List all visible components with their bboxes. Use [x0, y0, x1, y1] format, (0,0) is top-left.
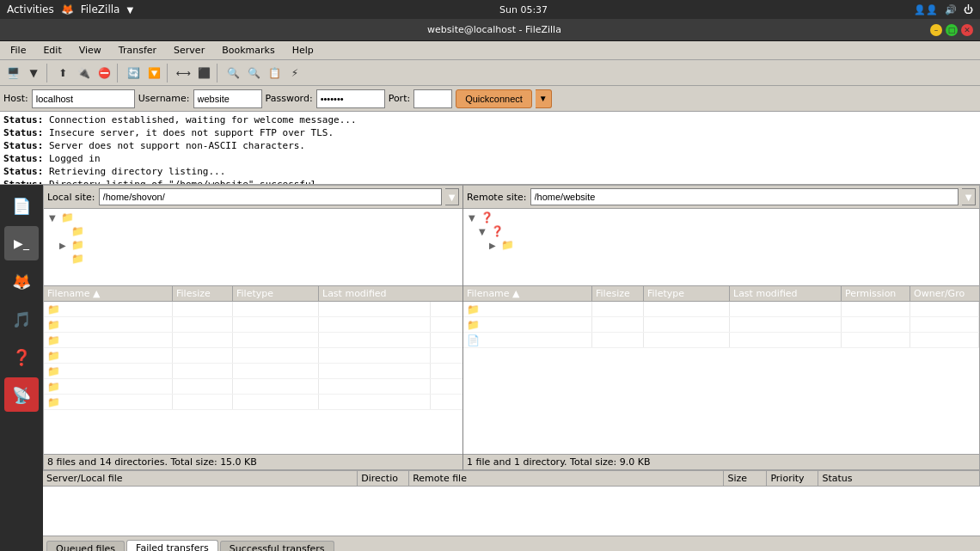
- local-col-lastmod[interactable]: Last modified: [319, 286, 431, 301]
- remote-tree-item[interactable]: ▼❓home: [467, 224, 976, 238]
- remote-col-permission[interactable]: Permission: [842, 286, 910, 301]
- log-line: Status: Directory listing of "/home/webs…: [3, 178, 977, 185]
- file-icon: 📁: [47, 396, 60, 408]
- tab-failed-transfers[interactable]: Failed transfers: [126, 540, 218, 551]
- toolbar-log[interactable]: 📋: [265, 64, 284, 83]
- remote-file-row[interactable]: 📁www Directory 10/22/2017 ... drwxr-xr-x…: [463, 317, 979, 333]
- menu-item-server[interactable]: Server: [167, 43, 211, 58]
- log-line: Status: Retrieving directory listing...: [3, 165, 977, 178]
- file-cell-size: [173, 348, 233, 363]
- toolbar-new-connection[interactable]: 🖥️: [3, 64, 22, 83]
- menu-item-view[interactable]: View: [72, 43, 108, 58]
- file-cell-modified: 10/22/2017 08:...: [319, 364, 431, 378]
- filezilla-icon[interactable]: 🦊: [61, 3, 74, 15]
- local-tree-item[interactable]: ▶📁boot: [47, 238, 459, 252]
- filezilla-app-label[interactable]: FileZilla: [81, 3, 120, 15]
- remote-col-filename[interactable]: Filename ▲: [463, 286, 592, 301]
- local-file-row[interactable]: 📁..: [44, 302, 462, 317]
- local-site-input[interactable]: [99, 188, 442, 205]
- toolbar-sync[interactable]: ⟷: [174, 64, 193, 83]
- username-input[interactable]: [193, 89, 262, 108]
- toolbar-compare[interactable]: ⬛: [194, 64, 213, 83]
- sidebar-music-icon[interactable]: 🎵: [4, 302, 39, 336]
- remote-site-input[interactable]: [530, 188, 959, 205]
- menu-item-edit[interactable]: Edit: [36, 43, 68, 58]
- local-file-row[interactable]: 📁.cache Directory 10/22/2017 05:...: [44, 317, 462, 333]
- tree-arrow: ▼: [479, 227, 489, 236]
- local-tree-item[interactable]: ▼📁/: [47, 211, 459, 224]
- local-tree-item[interactable]: 📁bin: [47, 224, 459, 238]
- local-file-row[interactable]: 📁.local Directory 10/22/2017 08:...: [44, 364, 462, 379]
- remote-tree-item[interactable]: ▶📁website: [467, 238, 976, 252]
- menu-item-file[interactable]: File: [3, 43, 33, 58]
- log-label: Status:: [3, 140, 43, 151]
- password-input[interactable]: [316, 89, 385, 108]
- tab-queued-files[interactable]: Queued files: [46, 541, 125, 551]
- local-file-row[interactable]: 📁.mozilla Directory 10/22/2017 04:...: [44, 379, 462, 395]
- remote-file-row[interactable]: 📁..: [463, 302, 979, 317]
- toolbar-cancel[interactable]: ⛔: [95, 64, 113, 83]
- local-file-row[interactable]: 📁.ssh Directory 10/22/2017 08:...: [44, 395, 462, 410]
- toolbar-refresh[interactable]: 🔄: [124, 64, 143, 83]
- local-file-list: 📁.. 📁.cache Directory 10/22/2017 05:... …: [44, 302, 462, 454]
- port-input[interactable]: [413, 89, 452, 108]
- remote-col-owner[interactable]: Owner/Gro: [910, 286, 979, 301]
- toolbar-speed[interactable]: ⚡: [285, 64, 304, 83]
- app-menu-arrow[interactable]: ▼: [126, 5, 133, 15]
- local-col-filesize[interactable]: Filesize: [173, 286, 233, 301]
- toolbar-dropdown[interactable]: ▼: [24, 64, 43, 83]
- remote-col-filesize[interactable]: Filesize: [592, 286, 644, 301]
- sidebar-firefox-icon[interactable]: 🦊: [4, 264, 39, 298]
- log-label: Status:: [3, 127, 43, 138]
- users-icon: 👤👤: [914, 4, 938, 15]
- menu-item-transfer[interactable]: Transfer: [112, 43, 163, 58]
- queue-tabs: Queued files Failed transfers Successful…: [43, 536, 980, 551]
- toolbar-filter[interactable]: 🔽: [144, 64, 163, 83]
- maximize-button[interactable]: □: [946, 24, 958, 36]
- file-cell-name: 📁.ssh: [44, 395, 173, 409]
- volume-icon[interactable]: 🔊: [945, 4, 957, 15]
- local-file-row[interactable]: 📁.gnupg Directory 10/22/2017 08:...: [44, 348, 462, 364]
- quickconnect-arrow-button[interactable]: ▼: [536, 89, 552, 108]
- local-col-filename[interactable]: Filename ▲: [44, 286, 173, 301]
- remote-col-filetype[interactable]: Filetype: [644, 286, 730, 301]
- file-cell-type: Directory: [644, 317, 730, 332]
- sidebar-apps-icon[interactable]: ⊞: [4, 539, 39, 551]
- host-input[interactable]: [32, 89, 135, 108]
- quickconnect-button[interactable]: Quickconnect: [456, 89, 532, 108]
- power-icon[interactable]: ⏻: [964, 4, 973, 15]
- menu-item-help[interactable]: Help: [285, 43, 321, 58]
- sidebar-terminal-icon[interactable]: ▶_: [4, 226, 39, 260]
- local-tree-item[interactable]: 📁cdrom: [47, 252, 459, 266]
- local-col-filetype[interactable]: Filetype: [233, 286, 319, 301]
- remote-pane-status: 1 file and 1 directory. Total size: 9.0 …: [463, 454, 979, 469]
- toolbar-reconnect[interactable]: ⬆: [53, 64, 72, 83]
- minimize-button[interactable]: –: [930, 24, 942, 36]
- folder-icon: 📁: [71, 239, 84, 251]
- close-button[interactable]: ✕: [961, 24, 973, 36]
- title-bar: website@localhost - FileZilla – □ ✕: [0, 19, 980, 41]
- remote-col-lastmod[interactable]: Last modified: [730, 286, 842, 301]
- remote-file-row[interactable]: 📄examples.desktop 9.0 KB desktop-... 10/…: [463, 333, 979, 348]
- menu-item-bookmarks[interactable]: Bookmarks: [215, 43, 281, 58]
- queue-col-server: Server/Local file: [43, 471, 358, 486]
- file-manager: Local site: ▼ ▼📁/📁bin▶📁boot📁cdrom Filena…: [43, 185, 980, 551]
- toolbar-disconnect[interactable]: 🔌: [74, 64, 93, 83]
- toolbar-find2[interactable]: 🔍: [244, 64, 263, 83]
- tab-successful-transfers[interactable]: Successful transfers: [220, 541, 334, 551]
- tree-label: website: [516, 240, 553, 251]
- sidebar-filezilla-icon[interactable]: 📡: [4, 377, 39, 412]
- remote-site-arrow[interactable]: ▼: [962, 188, 976, 205]
- local-tree[interactable]: ▼📁/📁bin▶📁boot📁cdrom: [44, 209, 462, 286]
- remote-tree[interactable]: ▼❓/▼❓home▶📁website: [463, 209, 979, 286]
- sidebar-help-icon[interactable]: ❓: [4, 340, 39, 374]
- file-cell-name: 📁.config: [44, 333, 173, 347]
- sidebar-files-icon[interactable]: 📄: [4, 188, 39, 223]
- local-site-arrow[interactable]: ▼: [445, 188, 459, 205]
- local-file-row[interactable]: 📁.config Directory 10/22/2017 05:...: [44, 333, 462, 348]
- remote-tree-item[interactable]: ▼❓/: [467, 211, 976, 224]
- toolbar-find[interactable]: 🔍: [224, 64, 242, 83]
- file-icon: 📁: [47, 303, 60, 315]
- file-cell-type: Directory: [233, 333, 319, 347]
- activities-label[interactable]: Activities: [7, 3, 54, 15]
